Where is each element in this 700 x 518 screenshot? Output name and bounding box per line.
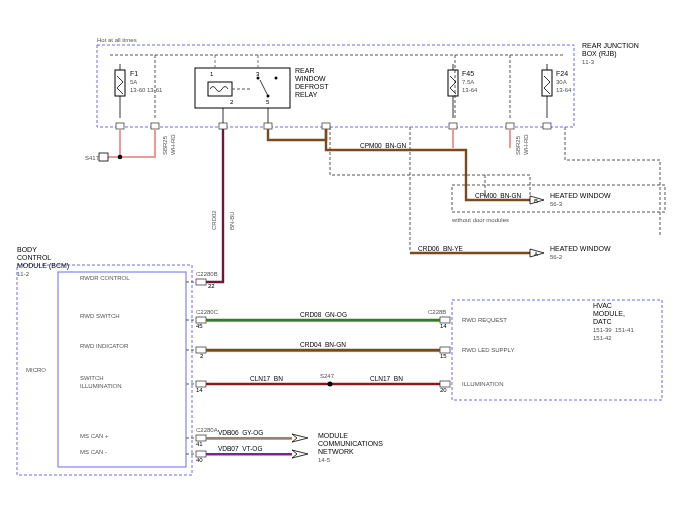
svg-text:13-60 13-61: 13-60 13-61 xyxy=(130,87,163,93)
svg-rect-16 xyxy=(448,70,458,96)
svg-text:CRD08  GN-OG: CRD08 GN-OG xyxy=(300,311,347,318)
svg-text:CPM00  BN-GN: CPM00 BN-GN xyxy=(360,142,407,149)
hvac-name: HVAC xyxy=(593,302,612,309)
svg-text:5A: 5A xyxy=(130,79,137,85)
wire-vdb07: VDB07 VT-OG xyxy=(206,445,308,458)
svg-rect-24 xyxy=(116,123,124,129)
svg-text:13-64: 13-64 xyxy=(556,87,572,93)
svg-text:MODULE: MODULE xyxy=(318,432,348,439)
svg-text:C2280A: C2280A xyxy=(196,427,218,433)
bcm-name: BODY xyxy=(17,246,37,253)
svg-rect-35 xyxy=(322,123,330,129)
svg-text:14: 14 xyxy=(440,323,447,329)
svg-text:2: 2 xyxy=(230,99,234,105)
bcm-signals: RWDR CONTROL RWD SWITCH RWD INDICATOR SW… xyxy=(80,275,196,455)
svg-text:14: 14 xyxy=(196,387,203,393)
relay-label4: RELAY xyxy=(295,91,318,98)
svg-text:MS CAN +: MS CAN + xyxy=(80,433,109,439)
svg-text:VDB07  VT-OG: VDB07 VT-OG xyxy=(218,445,262,452)
svg-text:151-42: 151-42 xyxy=(593,335,612,341)
fuse-f24: F24 30A 13-64 xyxy=(542,64,572,118)
svg-text:20: 20 xyxy=(440,387,447,393)
svg-text:C2280C: C2280C xyxy=(196,309,219,315)
svg-text:CPM00  BN-GN: CPM00 BN-GN xyxy=(475,192,522,199)
svg-text:C2280B: C2280B xyxy=(196,271,218,277)
wire-crd08: CRD08 GN-OG xyxy=(206,311,440,322)
svg-text:BOX (RJB): BOX (RJB) xyxy=(582,50,617,58)
bcm-pins: 22 C2280B 45 C2280C 2 14 41 C2280A 40 xyxy=(196,271,219,463)
relay-label3: DEFROST xyxy=(295,83,329,90)
svg-text:BN-BU: BN-BU xyxy=(229,211,235,230)
svg-rect-25 xyxy=(151,123,159,129)
svg-text:A: A xyxy=(534,251,538,257)
svg-rect-42 xyxy=(543,123,551,129)
wire-crd02: CRD02 BN-BU xyxy=(206,108,235,282)
svg-text:SBR25: SBR25 xyxy=(162,135,168,155)
svg-text:RWD REQUEST: RWD REQUEST xyxy=(462,317,507,323)
svg-text:ILLUMINATION: ILLUMINATION xyxy=(462,381,504,387)
wire-crd04: CRD04 BN-GN xyxy=(206,341,440,352)
svg-text:45: 45 xyxy=(196,323,203,329)
svg-text:S417: S417 xyxy=(85,155,100,161)
wire-sbr25-left: S417 SBR25 WH-RD xyxy=(85,123,176,161)
svg-text:13-64: 13-64 xyxy=(462,87,478,93)
svg-text:15: 15 xyxy=(440,353,447,359)
svg-text:VDB06  GY-OG: VDB06 GY-OG xyxy=(218,429,263,436)
svg-text:C228B: C228B xyxy=(428,309,446,315)
mcn-label: MODULE COMMUNICATIONS NETWORK 14-5 xyxy=(318,432,383,463)
svg-text:S247: S247 xyxy=(320,373,335,379)
svg-text:7.5A: 7.5A xyxy=(462,79,474,85)
svg-text:ILLUMINATION: ILLUMINATION xyxy=(80,383,122,389)
svg-text:11-3: 11-3 xyxy=(582,59,595,65)
fuse-f1: F1 5A 13-60 13-61 xyxy=(115,64,163,118)
rjb-ref: 11-3 xyxy=(582,59,595,65)
rjb-name2: BOX (RJB) xyxy=(582,50,617,58)
wiring-diagram: REAR JUNCTION BOX (RJB) 11-3 Hot at all … xyxy=(0,0,700,518)
svg-text:NETWORK: NETWORK xyxy=(318,448,354,455)
bcm-name3: MODULE (BCM) xyxy=(17,262,69,270)
svg-point-87 xyxy=(328,382,333,387)
svg-text:3: 3 xyxy=(256,71,260,77)
svg-text:COMMUNICATIONS: COMMUNICATIONS xyxy=(318,440,383,447)
svg-rect-20 xyxy=(542,70,552,96)
svg-rect-39 xyxy=(506,123,514,129)
svg-text:REAR JUNCTION: REAR JUNCTION xyxy=(582,42,639,49)
svg-rect-8 xyxy=(208,82,232,96)
svg-text:F1: F1 xyxy=(130,70,138,77)
svg-text:56-3: 56-3 xyxy=(550,201,563,207)
bcm-inner xyxy=(58,272,186,467)
svg-rect-38 xyxy=(449,123,457,129)
svg-text:5: 5 xyxy=(266,99,270,105)
svg-text:CLN17  BN: CLN17 BN xyxy=(250,375,283,382)
bcm-ref: 11-2 xyxy=(17,271,30,277)
svg-text:CRD06  BN-YE: CRD06 BN-YE xyxy=(418,245,463,252)
svg-text:40: 40 xyxy=(196,457,203,463)
svg-point-10 xyxy=(275,77,278,80)
wire-vdb06: VDB06 GY-OG xyxy=(206,429,308,442)
svg-text:2: 2 xyxy=(200,353,204,359)
svg-text:CRD04  BN-GN: CRD04 BN-GN xyxy=(300,341,346,348)
hvac-signals: RWD REQUEST RWD LED SUPPLY ILLUMINATION xyxy=(462,317,514,387)
svg-text:SBR25: SBR25 xyxy=(515,135,521,155)
wire-cln17: S247 CLN17 BN CLN17 BN xyxy=(206,373,440,387)
svg-text:SWITCH: SWITCH xyxy=(80,375,104,381)
bcm-micro: MICRO xyxy=(26,367,46,373)
svg-text:CLN17  BN: CLN17 BN xyxy=(370,375,403,382)
bcm-name2: CONTROL xyxy=(17,254,51,261)
svg-text:22: 22 xyxy=(208,283,215,289)
svg-text:MS CAN -: MS CAN - xyxy=(80,449,107,455)
svg-text:B: B xyxy=(534,198,538,204)
svg-text:RWD INDICATOR: RWD INDICATOR xyxy=(80,343,129,349)
svg-rect-34 xyxy=(264,123,272,129)
svg-text:F24: F24 xyxy=(556,70,568,77)
svg-rect-27 xyxy=(99,153,108,161)
svg-text:without door modules: without door modules xyxy=(451,217,509,223)
svg-text:HEATED WINDOW: HEATED WINDOW xyxy=(550,245,611,252)
svg-text:RWDR CONTROL: RWDR CONTROL xyxy=(80,275,130,281)
svg-text:WH-RD: WH-RD xyxy=(170,134,176,155)
svg-rect-31 xyxy=(219,123,227,129)
rjb-outer xyxy=(97,45,574,127)
svg-text:30A: 30A xyxy=(556,79,567,85)
svg-rect-58 xyxy=(196,279,206,285)
svg-text:CRD02: CRD02 xyxy=(211,210,217,230)
